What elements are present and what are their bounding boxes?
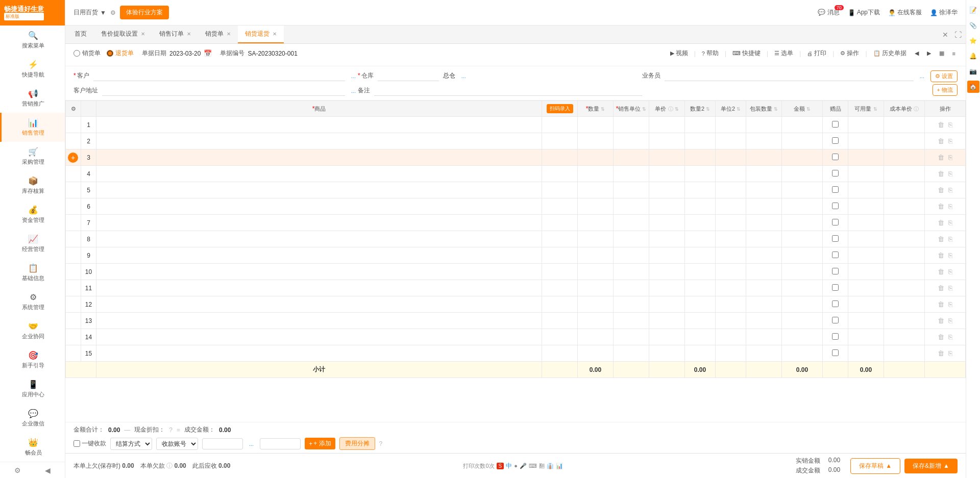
delete-icon-6[interactable]: 🗑 [938,203,944,210]
qty2-input-12[interactable] [687,301,713,308]
video-btn[interactable]: ▶ 视频 [668,48,690,59]
copy-icon-9[interactable]: ⎘ [948,251,952,259]
unit2-input-15[interactable] [718,350,744,357]
tab-1[interactable]: 售价提取设置✕ [94,26,152,43]
operate-btn[interactable]: ⚙ 操作 [838,48,861,59]
amount-input-2[interactable] [784,138,820,145]
pkg-input-1[interactable] [748,121,779,129]
copy-icon-5[interactable]: ⎘ [948,186,952,194]
person2-icon[interactable]: 👔 [547,463,554,469]
price-input-5[interactable] [651,187,682,194]
goods-input-12[interactable] [99,301,540,308]
qty2-input-8[interactable] [687,236,713,243]
unit-input-6[interactable] [616,203,647,210]
tab-close-3[interactable]: ✕ [227,31,231,37]
qty2-input-10[interactable] [687,268,713,275]
delete-icon-15[interactable]: 🗑 [938,349,944,357]
qty2-input-3[interactable] [687,154,713,161]
tab-close-4[interactable]: ✕ [273,31,277,37]
amount-input-5[interactable] [784,187,820,194]
keyboard-icon[interactable]: ⌨ [529,463,537,469]
copy-icon-2[interactable]: ⎘ [948,137,952,145]
history-btn[interactable]: 📋 历史单据 [871,48,909,59]
unit-input-4[interactable] [616,170,647,178]
pkg-input-13[interactable] [748,317,779,324]
rs-edit-icon[interactable]: 📝 [967,4,979,16]
copy-icon-10[interactable]: ⎘ [948,268,952,275]
price-input-9[interactable] [651,252,682,259]
sidebar-item-5[interactable]: 📦库存核算 [0,171,65,200]
qty-input-13[interactable] [580,317,611,324]
pkg-input-4[interactable] [748,170,779,178]
pkg-input-2[interactable] [748,138,779,145]
goods-input-6[interactable] [99,203,540,210]
goods-input-5[interactable] [99,187,540,194]
select-btn[interactable]: ☰ 选单 [772,48,795,59]
copy-icon-13[interactable]: ⎘ [948,317,952,324]
delete-icon-10[interactable]: 🗑 [938,268,944,275]
qty2-input-1[interactable] [687,121,713,129]
fee-btn[interactable]: 费用分摊 [339,437,375,450]
qty-input-14[interactable] [580,334,611,341]
amount-input-10[interactable] [784,268,820,275]
radio-return[interactable]: 退货单 [107,49,134,58]
unit-input-8[interactable] [616,236,647,243]
qty2-input-7[interactable] [687,219,713,227]
gift-checkbox-4[interactable] [832,170,839,177]
gift-checkbox-12[interactable] [832,300,839,307]
amount-input-7[interactable] [784,219,820,227]
amount-input-6[interactable] [784,203,820,210]
chart2-icon[interactable]: 📊 [556,463,563,469]
app-download-link[interactable]: 📱 App下载 [848,8,880,17]
copy-icon-14[interactable]: ⎘ [948,333,952,341]
gift-checkbox-2[interactable] [832,137,839,144]
price-input-2[interactable] [651,138,682,145]
delete-icon-4[interactable]: 🗑 [938,170,944,178]
amount-input-4[interactable] [784,170,820,178]
help-btn[interactable]: ? 帮助 [700,48,721,59]
sidebar-item-12[interactable]: 📱应用中心 [0,374,65,404]
unit-input-10[interactable] [616,268,647,275]
goods-input-10[interactable] [99,268,540,275]
unit2-input-4[interactable] [718,170,744,178]
trial-btn[interactable]: 体验行业方案 [120,6,169,19]
goods-input-11[interactable] [99,285,540,292]
qty-input-10[interactable] [580,268,611,275]
rs-home-icon[interactable]: 🏠 [967,81,979,93]
amount-input-15[interactable] [784,350,820,357]
sidebar-item-2[interactable]: 📢营销推广 [0,84,65,113]
calendar-icon[interactable]: 📅 [204,49,212,57]
gift-checkbox-14[interactable] [832,333,839,340]
copy-icon-11[interactable]: ⎘ [948,284,952,292]
message-center[interactable]: 💬 消息 70 [818,8,839,17]
sidebar-item-1[interactable]: ⚡快捷导航 [0,55,65,84]
collapse-icon[interactable]: ◀ [45,466,51,474]
unit2-input-12[interactable] [718,301,744,308]
copy-icon-7[interactable]: ⎘ [948,219,952,227]
unit2-input-5[interactable] [718,187,744,194]
unit2-input-6[interactable] [718,203,744,210]
address-dotted-btn[interactable]: ... [349,87,358,95]
delete-icon-14[interactable]: 🗑 [938,333,944,341]
fee-help-icon[interactable]: ? [379,440,383,447]
sidebar-item-0[interactable]: 🔍搜索菜单 [0,26,65,55]
sidebar-item-4[interactable]: 🛒采购管理 [0,142,65,171]
qty-input-2[interactable] [580,138,611,145]
unit-input-5[interactable] [616,187,647,194]
price-input-8[interactable] [651,236,682,243]
goods-input-9[interactable] [99,252,540,259]
amount-input-8[interactable] [784,236,820,243]
record-icon[interactable]: ● [514,463,518,469]
unit-input-12[interactable] [616,301,647,308]
copy-icon-6[interactable]: ⎘ [948,203,952,210]
address-input[interactable] [102,85,345,96]
qty2-input-6[interactable] [687,203,713,210]
qty2-input-4[interactable] [687,170,713,178]
customer-dotted-btn[interactable]: ... [349,72,358,80]
goods-input-2[interactable] [99,138,540,145]
copy-icon-8[interactable]: ⎘ [948,235,952,243]
delete-icon-8[interactable]: 🗑 [938,235,944,243]
unit-input-15[interactable] [616,350,647,357]
settle-select[interactable]: 结算方式 [110,438,152,450]
unit-input-2[interactable] [616,138,647,145]
